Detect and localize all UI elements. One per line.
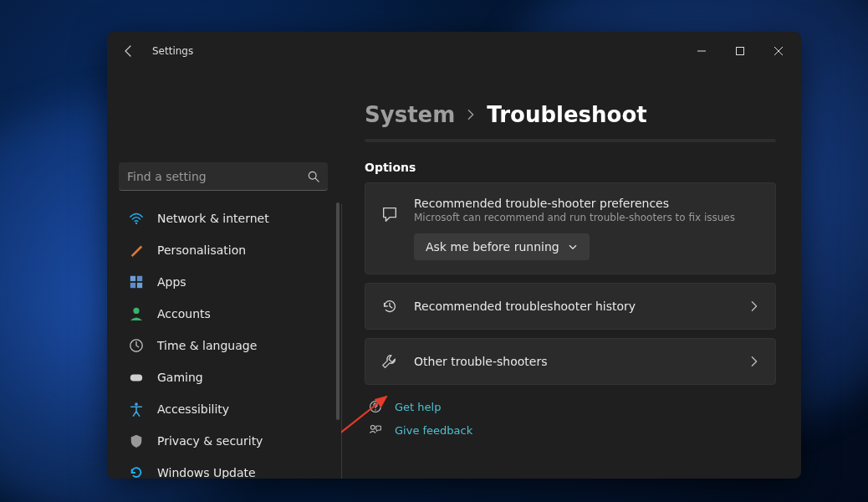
sidebar: Network & internet Personalisation Apps: [107, 70, 341, 479]
shield-icon: [129, 433, 144, 448]
close-button[interactable]: [759, 37, 798, 65]
loading-bar: [365, 139, 776, 142]
link-give-feedback[interactable]: Give feedback: [368, 423, 776, 437]
section-title-options: Options: [365, 161, 776, 174]
svg-point-1: [309, 172, 316, 179]
sidebar-item-label: Windows Update: [157, 466, 256, 479]
sidebar-item-label: Accessibility: [157, 402, 229, 416]
search-input[interactable]: [127, 170, 308, 183]
link-label: Give feedback: [395, 424, 472, 437]
svg-point-2: [135, 223, 137, 224]
sidebar-item-network[interactable]: Network & internet: [119, 202, 341, 234]
breadcrumb-leaf: Troubleshoot: [487, 102, 646, 127]
sidebar-item-label: Network & internet: [157, 212, 269, 225]
card-recommended-preferences: Recommended trouble-shooter preferences …: [365, 182, 776, 274]
chevron-down-icon: [568, 242, 578, 252]
svg-rect-9: [130, 374, 142, 381]
card-title: Recommended troubleshooter history: [414, 300, 733, 313]
chevron-right-icon: [465, 109, 477, 120]
link-label: Get help: [395, 401, 441, 413]
svg-point-7: [133, 308, 139, 314]
breadcrumb-root[interactable]: System: [365, 102, 455, 127]
clock-globe-icon: [129, 338, 144, 353]
card-title: Other trouble-shooters: [414, 355, 733, 368]
sidebar-item-update[interactable]: Windows Update: [119, 457, 341, 479]
sidebar-item-personalisation[interactable]: Personalisation: [119, 234, 341, 266]
accessibility-icon: [129, 402, 144, 417]
svg-rect-5: [130, 283, 135, 288]
wrench-icon: [380, 352, 399, 371]
sidebar-item-apps[interactable]: Apps: [119, 266, 341, 298]
chat-icon: [380, 205, 399, 223]
sidebar-item-accessibility[interactable]: Accessibility: [119, 393, 341, 425]
person-icon: [129, 306, 144, 321]
scrollbar-thumb[interactable]: [336, 202, 340, 420]
content-divider: [341, 204, 342, 479]
help-links: Get help Give feedback: [365, 400, 776, 437]
svg-rect-4: [137, 276, 142, 281]
controller-icon: [129, 370, 144, 385]
maximize-button[interactable]: [721, 37, 759, 65]
minimize-button[interactable]: [682, 37, 721, 65]
link-get-help[interactable]: Get help: [368, 400, 776, 413]
sidebar-item-time-language[interactable]: Time & language: [119, 330, 341, 361]
brush-icon: [129, 243, 144, 258]
feedback-icon: [368, 423, 383, 437]
sidebar-item-label: Time & language: [157, 339, 257, 352]
apps-icon: [129, 274, 144, 289]
sidebar-item-accounts[interactable]: Accounts: [119, 298, 341, 330]
svg-rect-3: [130, 276, 135, 281]
sidebar-item-gaming[interactable]: Gaming: [119, 361, 341, 393]
sidebar-item-label: Privacy & security: [157, 434, 263, 448]
sidebar-scrollbar[interactable]: [336, 202, 340, 420]
card-troubleshooter-history[interactable]: Recommended troubleshooter history: [365, 283, 776, 330]
history-icon: [380, 297, 399, 315]
settings-window: Settings: [107, 32, 801, 479]
svg-point-10: [135, 402, 138, 406]
search-box[interactable]: [119, 162, 328, 191]
update-icon: [129, 465, 144, 479]
svg-point-13: [370, 425, 375, 429]
svg-rect-0: [737, 48, 744, 55]
card-subtitle: Microsoft can recommend and run trouble-…: [414, 212, 760, 223]
main-content: System Troubleshoot Options Recommended …: [341, 70, 801, 479]
sidebar-item-label: Gaming: [157, 371, 203, 384]
sidebar-item-label: Apps: [157, 275, 186, 289]
search-icon: [308, 171, 319, 182]
breadcrumb: System Troubleshoot: [365, 102, 776, 127]
window-controls: [682, 37, 798, 65]
svg-rect-6: [137, 283, 142, 288]
chevron-right-icon: [748, 356, 760, 367]
card-other-troubleshooters[interactable]: Other trouble-shooters: [365, 338, 776, 385]
sidebar-item-label: Accounts: [157, 307, 211, 320]
svg-point-12: [375, 409, 375, 410]
app-title: Settings: [152, 45, 193, 57]
card-title: Recommended trouble-shooter preferences: [414, 197, 760, 210]
titlebar: Settings: [107, 32, 801, 70]
help-icon: [368, 400, 383, 413]
sidebar-item-privacy[interactable]: Privacy & security: [119, 425, 341, 457]
back-button[interactable]: [119, 41, 139, 61]
dropdown-run-preference[interactable]: Ask me before running: [414, 233, 590, 260]
dropdown-value: Ask me before running: [426, 240, 559, 254]
wifi-icon: [129, 211, 144, 226]
chevron-right-icon: [748, 300, 760, 312]
sidebar-nav: Network & internet Personalisation Apps: [119, 202, 341, 479]
sidebar-item-label: Personalisation: [157, 243, 246, 257]
